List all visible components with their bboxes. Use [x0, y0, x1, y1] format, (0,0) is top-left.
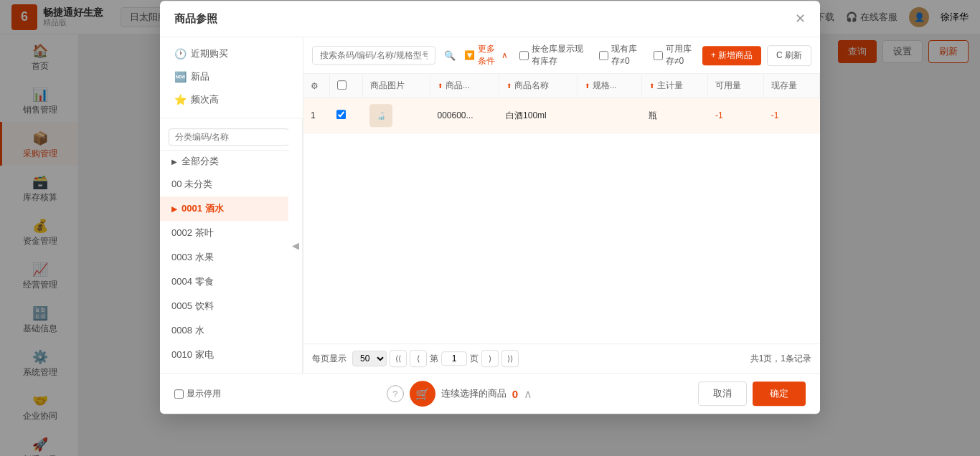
- clock-icon: 🕐: [174, 48, 187, 60]
- refresh-button[interactable]: C 刷新: [767, 45, 811, 66]
- cancel-button[interactable]: 取消: [698, 381, 747, 406]
- modal-body: 🕐 近期购买 🆕 新品 ⭐ 频次高 🔍: [160, 37, 820, 373]
- modal-header: 商品参照 ✕: [160, 1, 820, 37]
- category-label-4: 0004 零食: [171, 275, 214, 288]
- collapse-panel-button[interactable]: ◀: [288, 118, 303, 373]
- add-product-button[interactable]: + 新增商品: [702, 46, 761, 65]
- category-label-3: 0003 水果: [171, 251, 214, 264]
- th-name[interactable]: ⬆ 商品名称: [499, 74, 577, 98]
- product-search-icon[interactable]: 🔍: [444, 50, 456, 61]
- category-label-2: 0002 茶叶: [171, 227, 214, 239]
- category-label-0: 00 未分类: [171, 178, 212, 191]
- checkbox-available[interactable]: [654, 51, 663, 60]
- tab-recent-purchase[interactable]: 🕐 近期购买: [169, 43, 294, 65]
- product-table-container: ⚙ 商品图片 ⬆ 商品...: [303, 74, 820, 343]
- page-label: 第: [430, 353, 438, 365]
- th-name-label: 商品名称: [514, 80, 549, 92]
- row-check: [329, 98, 362, 133]
- page-total-info: 共1页，1条记录: [750, 353, 811, 365]
- selected-label: 连续选择的商品: [441, 387, 507, 400]
- left-panel: 🕐 近期购买 🆕 新品 ⭐ 频次高 🔍: [160, 37, 303, 373]
- help-icon[interactable]: ?: [387, 385, 404, 402]
- row-stock: -1: [764, 98, 820, 133]
- category-label-7: 0010 家电: [171, 348, 214, 361]
- category-item-3[interactable]: 0003 水果: [160, 245, 288, 270]
- page-prev-button[interactable]: ⟨: [410, 350, 427, 367]
- checkbox-stock-label: 现有库存≠0: [611, 43, 642, 67]
- th-unit[interactable]: ⬆ 主计量: [641, 74, 708, 98]
- page-first-button[interactable]: ⟨⟨: [390, 350, 407, 367]
- page-next-button[interactable]: ⟩: [481, 350, 499, 367]
- th-code[interactable]: ⬆ 商品...: [430, 74, 499, 98]
- page-number-input[interactable]: [441, 351, 467, 366]
- table-row[interactable]: 1 🍶 000600... 白酒100ml 瓶 -1 -1: [303, 98, 820, 133]
- tab-new-products[interactable]: 🆕 新品: [169, 66, 294, 87]
- row-checkbox[interactable]: [336, 110, 346, 119]
- th-code-label: 商品...: [446, 80, 470, 92]
- category-all-label: 全部分类: [182, 155, 219, 168]
- category-item-0[interactable]: 00 未分类: [160, 172, 288, 196]
- pagination-bar: 每页显示 50 ⟨⟨ ⟨ 第 页 ⟩ ⟩⟩ 共1页，1条记录: [303, 343, 820, 373]
- page-size-select[interactable]: 50: [352, 351, 387, 366]
- checkbox-warehouse[interactable]: [519, 51, 529, 60]
- category-item-6[interactable]: 0008 水: [160, 318, 288, 343]
- category-item-7[interactable]: 0010 家电: [160, 343, 288, 367]
- filter-arrow-icon: ∧: [501, 50, 508, 60]
- footer-right: 取消 确定: [698, 381, 806, 406]
- checkbox-warehouse-group: 按仓库显示现有库存: [519, 43, 588, 67]
- th-unit-label: 主计量: [657, 80, 683, 92]
- category-item-1[interactable]: ▶ 0001 酒水: [160, 196, 288, 221]
- modal-close-button[interactable]: ✕: [795, 11, 806, 27]
- confirm-button[interactable]: 确定: [753, 381, 806, 406]
- category-search-bar: 🔍: [160, 124, 288, 151]
- product-reference-modal: 商品参照 ✕ 🕐 近期购买 🆕 新品 ⭐ 频次高: [160, 1, 820, 414]
- checkbox-available-group: 可用库存≠0: [654, 43, 697, 67]
- category-item-5[interactable]: 0005 饮料: [160, 294, 288, 318]
- collapse-icon: ◀: [292, 240, 299, 251]
- right-toolbar: 🔍 🔽 更多条件 ∧ 按仓库显示现有库存 现有库存≠0 可用库存≠0: [303, 37, 820, 74]
- th-available: 可用量: [708, 74, 764, 98]
- cart-button[interactable]: 🛒: [410, 381, 435, 407]
- th-available-label: 可用量: [715, 80, 741, 90]
- checkbox-available-label: 可用库存≠0: [666, 43, 697, 67]
- category-label-5: 0005 饮料: [171, 300, 214, 313]
- checkbox-stock[interactable]: [599, 51, 608, 60]
- right-panel: 🔍 🔽 更多条件 ∧ 按仓库显示现有库存 现有库存≠0 可用库存≠0: [303, 37, 820, 373]
- collapse-footer-icon[interactable]: ∧: [524, 387, 532, 401]
- tab-recent-label: 近期购买: [191, 47, 228, 60]
- footer-center: ? 🛒 连续选择的商品 0 ∧: [221, 381, 698, 407]
- row-available: -1: [708, 98, 764, 133]
- sort-name-icon: ⬆: [507, 82, 512, 90]
- left-tabs: 🕐 近期购买 🆕 新品 ⭐ 频次高: [160, 37, 303, 118]
- modal-title: 商品参照: [174, 12, 795, 26]
- th-checkbox: [329, 74, 362, 98]
- row-name: 白酒100ml: [499, 98, 577, 133]
- select-all-checkbox[interactable]: [337, 80, 347, 90]
- category-search-input[interactable]: [169, 128, 288, 146]
- tab-new-label: 新品: [191, 70, 209, 83]
- category-label-1: 0001 酒水: [182, 202, 224, 215]
- category-all-header[interactable]: ▶ 全部分类: [160, 151, 288, 172]
- row-spec: [577, 98, 641, 133]
- th-spec-label: 规格...: [593, 80, 617, 92]
- category-item-2[interactable]: 0002 茶叶: [160, 221, 288, 245]
- new-icon: 🆕: [174, 71, 187, 82]
- sort-spec-icon: ⬆: [585, 82, 590, 90]
- product-search-input[interactable]: [312, 46, 435, 65]
- th-settings: ⚙: [303, 74, 329, 98]
- row-no: 1: [303, 98, 329, 133]
- settings-col-icon[interactable]: ⚙: [311, 81, 319, 91]
- tab-frequent[interactable]: ⭐ 频次高: [169, 89, 294, 110]
- th-image: 商品图片: [362, 74, 430, 98]
- active-arrow-icon: ▶: [171, 205, 177, 213]
- th-stock-label: 现存量: [771, 80, 797, 90]
- category-item-4[interactable]: 0004 零食: [160, 270, 288, 294]
- show-disabled-toggle[interactable]: 显示停用: [174, 388, 221, 400]
- selected-count: 0: [512, 388, 518, 400]
- th-image-label: 商品图片: [370, 80, 405, 92]
- filter-more-button[interactable]: 🔽 更多条件 ∧: [464, 43, 508, 67]
- sort-unit-icon: ⬆: [649, 82, 655, 90]
- show-disabled-checkbox[interactable]: [174, 389, 184, 399]
- th-spec[interactable]: ⬆ 规格...: [577, 74, 641, 98]
- page-last-button[interactable]: ⟩⟩: [501, 350, 519, 367]
